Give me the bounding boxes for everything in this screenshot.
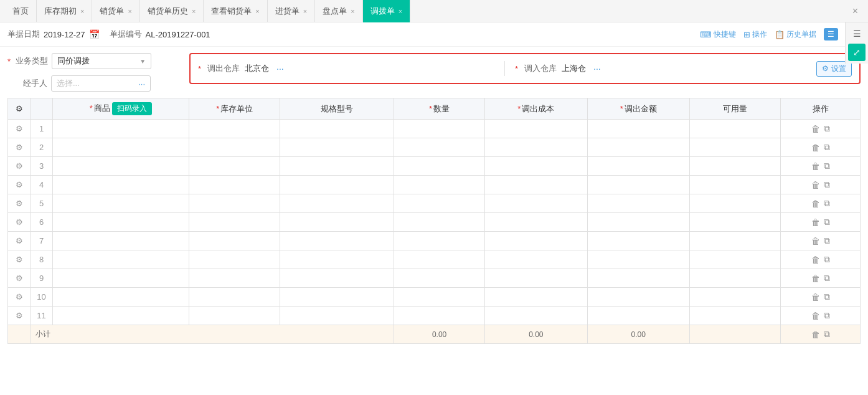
row-settings-11[interactable]: ⚙ — [8, 307, 31, 325]
row-settings-9[interactable]: ⚙ — [8, 269, 31, 288]
table-row: ⚙ 6 🗑 ⧉ — [8, 213, 861, 232]
subtotal-label: 小计 — [31, 325, 394, 344]
row-settings-1[interactable]: ⚙ — [8, 120, 31, 138]
table-row: ⚙ 1 🗑 ⧉ — [8, 120, 861, 138]
layout-icon: ☰ — [828, 30, 834, 39]
delete-icon-6[interactable]: 🗑 — [811, 217, 820, 227]
tab-close-transfer[interactable]: × — [399, 7, 402, 15]
row-settings-7[interactable]: ⚙ — [8, 232, 31, 250]
handler-row: 经手人 选择... ··· — [7, 75, 182, 92]
copy-icon-10[interactable]: ⧉ — [824, 292, 830, 302]
biz-type-row: * 业务类型 同价调拨 ▼ — [7, 53, 182, 69]
calendar-icon[interactable]: 📅 — [89, 29, 100, 39]
col-header-qty: *数量 — [394, 98, 485, 120]
warehouse-in-more[interactable]: ··· — [591, 64, 603, 74]
tab-close-sales-history[interactable]: × — [192, 7, 196, 15]
delete-icon-7[interactable]: 🗑 — [811, 236, 820, 246]
biz-type-select[interactable]: 同价调拨 ▼ — [52, 53, 151, 69]
delete-icon-4[interactable]: 🗑 — [811, 180, 820, 190]
tab-close-inventory-init[interactable]: × — [80, 7, 84, 15]
copy-icon-1[interactable]: ⧉ — [824, 123, 830, 134]
delete-icon-2[interactable]: 🗑 — [811, 143, 820, 153]
copy-icon-6[interactable]: ⧉ — [824, 217, 830, 227]
col-header-product: *商品 扫码录入 — [53, 98, 189, 120]
tab-purchase[interactable]: 进货单 × — [268, 0, 315, 22]
col-header-num — [31, 98, 53, 120]
history-btn[interactable]: 📋 历史单据 — [775, 29, 816, 40]
col-header-spec: 规格型号 — [280, 98, 394, 120]
row-settings-3[interactable]: ⚙ — [8, 157, 31, 176]
row-num-8: 8 — [31, 250, 53, 269]
handler-select[interactable]: 选择... ··· — [51, 75, 151, 92]
grid-icon: ⊞ — [743, 30, 750, 39]
delete-icon-10[interactable]: 🗑 — [811, 292, 820, 302]
col-header-avail: 可用量 — [689, 98, 780, 120]
right-sidebar: ☰ ⤢ — [845, 22, 868, 64]
row-num-4: 4 — [31, 176, 53, 194]
gear-icon-row: ⚙ — [16, 124, 23, 133]
subtotal-delete-icon[interactable]: 🗑 — [811, 330, 820, 340]
row-num-9: 9 — [31, 269, 53, 288]
copy-icon-9[interactable]: ⧉ — [824, 273, 830, 283]
warehouse-in-required: * — [515, 64, 518, 74]
tab-inventory-init[interactable]: 库存期初 × — [37, 0, 92, 22]
row-settings-2[interactable]: ⚙ — [8, 138, 31, 157]
history-icon: 📋 — [775, 30, 785, 39]
warehouse-out-required: * — [198, 64, 201, 74]
row-settings-4[interactable]: ⚙ — [8, 176, 31, 194]
row-num-5: 5 — [31, 194, 53, 213]
gear-icon: ⚙ — [822, 64, 829, 73]
copy-icon-7[interactable]: ⧉ — [824, 236, 830, 246]
tab-sales-order[interactable]: 销货单 × — [92, 0, 139, 22]
sidebar-list-icon[interactable]: ☰ — [848, 25, 866, 42]
delete-icon-9[interactable]: 🗑 — [811, 274, 820, 283]
row-settings-6[interactable]: ⚙ — [8, 213, 31, 232]
tab-close-stocktake[interactable]: × — [351, 7, 354, 15]
delete-icon-8[interactable]: 🗑 — [811, 255, 820, 265]
tab-sales-history[interactable]: 销货单历史 × — [140, 0, 204, 22]
form-left: * 业务类型 同价调拨 ▼ 经手人 选择... ··· — [7, 53, 182, 92]
tab-close-view-sales[interactable]: × — [255, 7, 259, 15]
copy-icon-2[interactable]: ⧉ — [824, 142, 830, 153]
row-settings-10[interactable]: ⚙ — [8, 288, 31, 307]
table-row: ⚙ 11 🗑 ⧉ — [8, 307, 861, 325]
copy-icon-5[interactable]: ⧉ — [824, 198, 830, 209]
gear-icon-row: ⚙ — [16, 161, 23, 171]
tab-stocktake[interactable]: 盘点单 × — [315, 0, 362, 22]
table-row: ⚙ 5 🗑 ⧉ — [8, 194, 861, 213]
delete-icon-11[interactable]: 🗑 — [811, 311, 820, 321]
toolbar: 单据日期 2019-12-27 📅 单据编号 AL-20191227-001 ⌨… — [0, 22, 868, 47]
tab-bar-close-all[interactable]: × — [847, 6, 863, 17]
tab-close-sales-order[interactable]: × — [128, 7, 131, 15]
col-header-settings[interactable]: ⚙ — [8, 98, 31, 120]
table-row: ⚙ 2 🗑 ⧉ — [8, 138, 861, 157]
tab-close-purchase[interactable]: × — [303, 7, 307, 15]
copy-icon-3[interactable]: ⧉ — [824, 161, 830, 171]
gear-icon-row: ⚙ — [16, 143, 23, 152]
delete-icon-5[interactable]: 🗑 — [811, 199, 820, 209]
copy-icon-4[interactable]: ⧉ — [824, 179, 830, 190]
copy-icon-11[interactable]: ⧉ — [824, 310, 830, 321]
tab-home[interactable]: 首页 — [5, 0, 37, 22]
shortcut-btn[interactable]: ⌨ 快捷键 — [700, 29, 736, 40]
row-settings-5[interactable]: ⚙ — [8, 194, 31, 213]
delete-icon-3[interactable]: 🗑 — [811, 161, 820, 171]
layout-switch-btn[interactable]: ☰ — [824, 28, 838, 40]
copy-icon-8[interactable]: ⧉ — [824, 254, 830, 265]
warehouse-out-more[interactable]: ··· — [274, 64, 286, 74]
col-header-amount: *调出金额 — [587, 98, 689, 120]
subtotal-row: 小计 0.00 0.00 0.00 🗑 ⧉ — [8, 325, 861, 344]
tab-transfer[interactable]: 调拨单 × — [363, 0, 410, 22]
ops-btn[interactable]: ⊞ 操作 — [743, 29, 767, 40]
sidebar-expand-icon[interactable]: ⤢ — [848, 44, 866, 61]
row-settings-8[interactable]: ⚙ — [8, 250, 31, 269]
subtotal-copy-icon[interactable]: ⧉ — [824, 329, 830, 340]
ellipsis-icon: ··· — [138, 79, 145, 88]
tab-view-sales[interactable]: 查看销货单 × — [204, 0, 267, 22]
scan-input-btn[interactable]: 扫码录入 — [112, 102, 152, 115]
gear-icon-row: ⚙ — [16, 311, 23, 320]
delete-icon-1[interactable]: 🗑 — [811, 124, 820, 134]
table-header-row: ⚙ *商品 扫码录入 *库存单位 规格型号 *数量 *调出成本 * — [8, 98, 861, 120]
subtotal-amount: 0.00 — [587, 325, 689, 344]
gear-icon-row: ⚙ — [16, 274, 23, 283]
